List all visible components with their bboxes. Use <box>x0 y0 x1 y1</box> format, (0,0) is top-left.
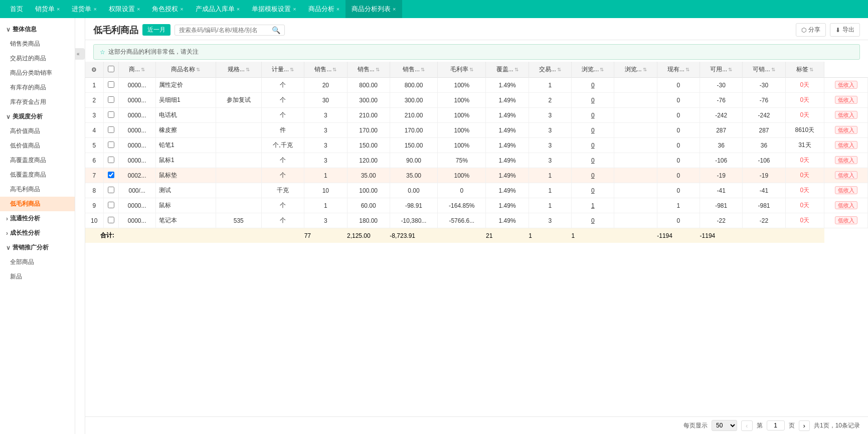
sidebar-item-capital[interactable]: 库存资金占用 <box>0 95 75 109</box>
th-sale-profit[interactable]: 销售...⇅ <box>390 62 437 78</box>
sidebar-item-all-goods[interactable]: 全部商品 <box>0 255 75 269</box>
th-tag[interactable]: 标签⇅ <box>785 62 824 78</box>
close-icon[interactable]: × <box>57 6 60 12</box>
trade-link[interactable]: 0 <box>591 112 595 119</box>
trade-link[interactable]: 0 <box>591 142 595 149</box>
next-page-btn[interactable]: › <box>799 420 810 431</box>
page-size-select[interactable]: 50 100 200 <box>712 420 737 431</box>
sidebar-group-flow[interactable]: › 流通性分析 <box>0 211 75 226</box>
sidebar-item-category-rate[interactable]: 商品分类助销率 <box>0 66 75 80</box>
row-trade[interactable]: 0 <box>572 168 614 183</box>
row-checkbox[interactable] <box>108 141 114 148</box>
row-checkbox[interactable] <box>108 202 114 208</box>
sidebar-item-high-value[interactable]: 高价值商品 <box>0 124 75 138</box>
nav-purchase[interactable]: 进货单 × <box>66 0 102 18</box>
trade-link[interactable]: 0 <box>591 157 595 164</box>
th-trade[interactable]: 交易...⇅ <box>529 62 571 78</box>
th-gross-rate[interactable]: 毛利率⇅ <box>438 62 486 78</box>
row-trade[interactable]: 0 <box>572 78 614 93</box>
row-checkbox-cell[interactable] <box>103 108 118 123</box>
select-all-checkbox[interactable] <box>108 66 114 72</box>
th-avail[interactable]: 可用...⇅ <box>700 62 743 78</box>
row-checkbox[interactable] <box>108 217 114 223</box>
th-coverage[interactable]: 覆盖...⇅ <box>486 62 529 78</box>
sidebar-item-high-coverage[interactable]: 高覆盖度商品 <box>0 153 75 168</box>
th-code[interactable]: 商...⇅ <box>118 62 155 78</box>
sidebar-collapse[interactable]: « <box>75 18 85 434</box>
row-checkbox-cell[interactable] <box>103 78 118 93</box>
close-icon[interactable]: × <box>393 6 396 12</box>
row-checkbox-cell[interactable] <box>103 168 118 183</box>
sidebar-group-overall[interactable]: ∨ 整体信息 <box>0 22 75 37</box>
nav-product-analysis-list[interactable]: 商品分析列表 × <box>345 0 402 18</box>
sidebar-item-sales-goods[interactable]: 销售类商品 <box>0 37 75 51</box>
row-trade[interactable]: 0 <box>572 123 614 138</box>
row-checkbox[interactable] <box>108 157 114 163</box>
sidebar-item-high-margin[interactable]: 高毛利商品 <box>0 182 75 197</box>
sidebar-item-low-value[interactable]: 低价值商品 <box>0 138 75 153</box>
trade-link[interactable]: 1 <box>591 202 595 209</box>
row-checkbox[interactable] <box>108 187 114 193</box>
close-icon[interactable]: × <box>237 6 240 12</box>
nav-sales[interactable]: 销货单 × <box>29 0 66 18</box>
th-checkbox[interactable] <box>103 62 118 78</box>
trade-link[interactable]: 0 <box>591 187 595 194</box>
th-qty[interactable]: 销售...⇅ <box>304 62 347 78</box>
row-checkbox[interactable] <box>108 111 114 118</box>
row-trade[interactable]: 0 <box>572 213 614 228</box>
trade-link[interactable]: 0 <box>591 82 595 89</box>
sidebar-item-stocked-goods[interactable]: 有库存的商品 <box>0 80 75 95</box>
nav-roles[interactable]: 角色授权 × <box>146 0 189 18</box>
row-checkbox[interactable] <box>108 81 114 88</box>
row-checkbox-cell[interactable] <box>103 123 118 138</box>
trade-link[interactable]: 0 <box>591 127 595 134</box>
trade-link[interactable]: 0 <box>591 172 595 179</box>
search-input[interactable] <box>179 27 272 34</box>
nav-home[interactable]: 首页 <box>4 0 29 18</box>
row-checkbox[interactable] <box>108 96 114 103</box>
sidebar-group-beauty[interactable]: ∨ 美观度分析 <box>0 109 75 124</box>
th-settings[interactable]: ⚙ <box>85 62 103 78</box>
row-checkbox-cell[interactable] <box>103 153 118 168</box>
page-number-input[interactable] <box>767 420 785 430</box>
sidebar-item-new-goods[interactable]: 新品 <box>0 269 75 284</box>
sidebar-item-traded-goods[interactable]: 交易过的商品 <box>0 51 75 66</box>
row-trade[interactable]: 0 <box>572 93 614 108</box>
prev-page-btn[interactable]: ‹ <box>741 420 752 431</box>
nav-product-entry[interactable]: 产成品入库单 × <box>190 0 246 18</box>
nav-product-analysis[interactable]: 商品分析 × <box>302 0 345 18</box>
sidebar-item-low-margin[interactable]: 低毛利商品 <box>0 197 75 211</box>
th-sellable[interactable]: 可销...⇅ <box>743 62 785 78</box>
sidebar-group-growth[interactable]: › 成长性分析 <box>0 226 75 240</box>
close-icon[interactable]: × <box>180 6 183 12</box>
row-checkbox-cell[interactable] <box>103 213 118 228</box>
th-name[interactable]: 商品名称⇅ <box>155 62 216 78</box>
period-button[interactable]: 近一月 <box>142 24 170 36</box>
nav-permissions[interactable]: 权限设置 × <box>103 0 146 18</box>
th-stock[interactable]: 现有...⇅ <box>657 62 700 78</box>
trade-link[interactable]: 0 <box>591 97 595 104</box>
export-button[interactable]: ⬇ 导出 <box>830 23 860 37</box>
th-browse2[interactable]: 浏览...⇅ <box>614 62 657 78</box>
search-icon[interactable]: 🔍 <box>272 26 280 34</box>
row-trade[interactable]: 0 <box>572 153 614 168</box>
close-icon[interactable]: × <box>293 6 296 12</box>
row-checkbox[interactable] <box>108 172 114 178</box>
row-trade[interactable]: 1 <box>572 198 614 213</box>
collapse-icon[interactable]: « <box>75 48 85 60</box>
share-button[interactable]: ⬡ 分享 <box>796 23 826 37</box>
close-icon[interactable]: × <box>137 6 140 12</box>
row-checkbox-cell[interactable] <box>103 183 118 198</box>
row-checkbox-cell[interactable] <box>103 198 118 213</box>
trade-link[interactable]: 0 <box>591 217 595 224</box>
close-icon[interactable]: × <box>336 6 339 12</box>
row-trade[interactable]: 0 <box>572 108 614 123</box>
sidebar-item-low-coverage[interactable]: 低覆盖度商品 <box>0 168 75 182</box>
row-checkbox[interactable] <box>108 126 114 133</box>
row-trade[interactable]: 0 <box>572 183 614 198</box>
row-trade[interactable]: 0 <box>572 138 614 153</box>
th-spec[interactable]: 规格...⇅ <box>216 62 261 78</box>
nav-template[interactable]: 单据模板设置 × <box>246 0 302 18</box>
th-unit[interactable]: 计量...⇅ <box>261 62 304 78</box>
row-checkbox-cell[interactable] <box>103 93 118 108</box>
